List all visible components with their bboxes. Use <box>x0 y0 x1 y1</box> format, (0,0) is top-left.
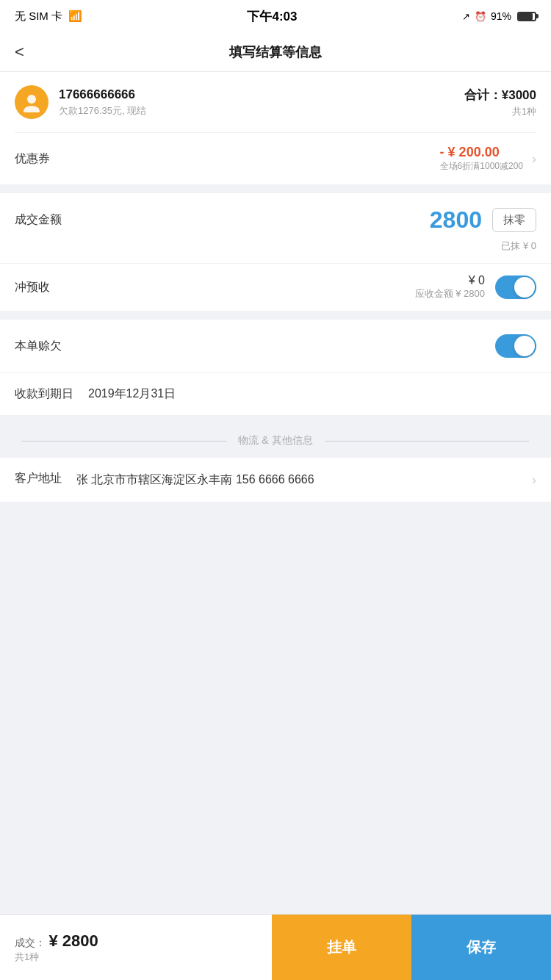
prepay-amount: ¥ 0 <box>415 274 485 287</box>
deal-amount-right: 2800 抹零 <box>430 206 536 234</box>
deal-amount-row: 成交金额 2800 抹零 <box>0 193 551 239</box>
prepay-desc: 应收金额 ¥ 2800 <box>415 287 485 300</box>
logistics-label: 物流 & 其他信息 <box>238 434 312 447</box>
logistics-line-left <box>22 441 226 442</box>
coupon-label: 优惠券 <box>15 151 50 167</box>
coupon-amount-group: - ¥ 200.00 全场6折满1000减200 <box>440 145 523 173</box>
bottom-deal-amount: ¥ 2800 <box>48 932 98 950</box>
wifi-icon: 📶 <box>68 10 82 23</box>
svg-point-0 <box>27 95 36 104</box>
status-bar: 无 SIM 卡 📶 下午4:03 ↗ ⏰ 91% <box>0 0 551 32</box>
customer-info: 17666666666 欠款1276.35元, 现结 <box>59 87 146 118</box>
location-icon: ↗ <box>462 11 470 22</box>
due-date-label: 收款到期日 <box>15 386 73 402</box>
deal-amount-label: 成交金额 <box>15 212 62 228</box>
bottom-deal-count: 共1种 <box>15 951 257 964</box>
save-button[interactable]: 保存 <box>411 915 551 981</box>
coupon-desc: 全场6折满1000减200 <box>440 160 523 173</box>
coupon-row[interactable]: 优惠券 - ¥ 200.00 全场6折满1000减200 › <box>0 133 551 184</box>
coupon-amount: - ¥ 200.00 <box>440 145 523 160</box>
back-button[interactable]: < <box>15 43 24 62</box>
due-date-value: 2019年12月31日 <box>88 386 176 402</box>
customer-left: 17666666666 欠款1276.35元, 现结 <box>15 85 146 119</box>
hold-button[interactable]: 挂单 <box>272 915 411 981</box>
prepay-row: 冲预收 ¥ 0 应收金额 ¥ 2800 <box>0 263 551 311</box>
status-left: 无 SIM 卡 📶 <box>15 10 82 24</box>
customer-row: 17666666666 欠款1276.35元, 现结 合计：¥3000 共1种 <box>0 72 551 132</box>
customer-coupon-section: 17666666666 欠款1276.35元, 现结 合计：¥3000 共1种 … <box>0 72 551 184</box>
total-amount: 合计：¥3000 <box>464 87 536 104</box>
coupon-right: - ¥ 200.00 全场6折满1000减200 › <box>440 145 536 173</box>
prepay-right: ¥ 0 应收金额 ¥ 2800 <box>415 274 536 300</box>
debt-toggle-knob <box>514 336 535 356</box>
debt-section: 本单赊欠 收款到期日 2019年12月31日 <box>0 320 551 415</box>
page-title: 填写结算等信息 <box>229 43 322 61</box>
address-label: 客户地址 <box>15 471 62 486</box>
bottom-deal-info: 成交： ¥ 2800 共1种 <box>0 932 272 964</box>
customer-phone: 17666666666 <box>59 87 146 102</box>
amount-section: 成交金额 2800 抹零 已抹 ¥ 0 冲预收 ¥ 0 应收金额 ¥ 2800 <box>0 193 551 311</box>
deal-amount-sub: 已抹 ¥ 0 <box>0 239 551 263</box>
logistics-line-right <box>325 441 529 442</box>
battery-percent: 91% <box>491 10 511 22</box>
battery-icon <box>517 12 536 21</box>
bottom-deal-label-row: 成交： ¥ 2800 <box>15 932 257 951</box>
toggle-knob <box>514 277 535 298</box>
deal-amount-value: 2800 <box>430 206 482 234</box>
avatar <box>15 85 48 119</box>
prepay-toggle[interactable] <box>495 275 536 299</box>
prepay-values: ¥ 0 应收金额 ¥ 2800 <box>415 274 485 300</box>
bottom-spacer <box>0 502 551 590</box>
debt-label: 本单赊欠 <box>15 339 62 354</box>
customer-right: 合计：¥3000 共1种 <box>464 87 536 118</box>
status-right: ↗ ⏰ 91% <box>462 10 536 22</box>
nav-bar: < 填写结算等信息 <box>0 32 551 72</box>
prepay-label: 冲预收 <box>15 280 50 295</box>
status-time: 下午4:03 <box>247 8 297 25</box>
content: 17666666666 欠款1276.35元, 现结 合计：¥3000 共1种 … <box>0 72 551 656</box>
address-row[interactable]: 客户地址 张 北京市市辖区海淀区永丰南 156 6666 6666 › <box>0 458 551 502</box>
alarm-icon: ⏰ <box>475 11 486 22</box>
customer-subtext: 欠款1276.35元, 现结 <box>59 104 146 118</box>
svg-point-1 <box>24 106 40 112</box>
address-value: 张 北京市市辖区海淀区永丰南 156 6666 6666 <box>76 471 526 489</box>
total-count: 共1种 <box>464 105 536 118</box>
debt-row: 本单赊欠 <box>0 320 551 372</box>
round-button[interactable]: 抹零 <box>492 208 536 232</box>
bottom-deal-title: 成交： <box>15 937 46 948</box>
debt-toggle[interactable] <box>495 334 536 358</box>
due-date-row: 收款到期日 2019年12月31日 <box>0 373 551 415</box>
address-chevron-icon: › <box>532 472 536 488</box>
bottom-bar: 成交： ¥ 2800 共1种 挂单 保存 <box>0 914 551 980</box>
coupon-chevron-icon: › <box>532 151 536 167</box>
logistics-divider: 物流 & 其他信息 <box>0 424 551 458</box>
carrier-text: 无 SIM 卡 <box>15 10 62 24</box>
